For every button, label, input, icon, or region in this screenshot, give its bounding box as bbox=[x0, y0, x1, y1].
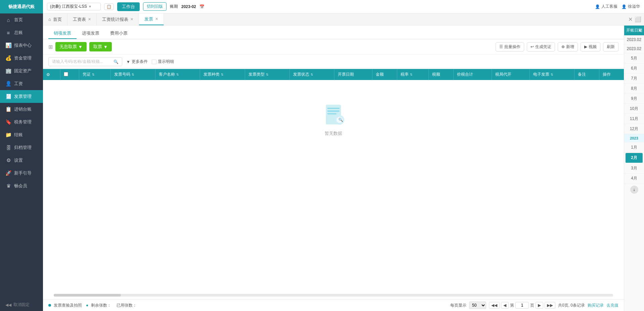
date-scroll-down[interactable]: ↓ bbox=[630, 186, 638, 194]
col-invoice-status[interactable]: 发票状态⇅ bbox=[289, 69, 334, 80]
date-item-9[interactable]: 9月 bbox=[624, 94, 644, 104]
sidebar-item-guide[interactable]: 🚀 新手引导 bbox=[0, 167, 43, 180]
empty-icon: 🔍 bbox=[318, 100, 349, 130]
col-settings[interactable]: ⚙ bbox=[43, 69, 60, 80]
refresh-button[interactable]: 刷新 bbox=[603, 42, 618, 51]
horizontal-scrollbar[interactable] bbox=[43, 291, 624, 299]
generate-voucher-button[interactable]: ↩ 生成凭证 bbox=[527, 42, 555, 51]
grid-view-icon[interactable]: ⊞ bbox=[48, 44, 53, 50]
date-item-2023-4[interactable]: 4月 bbox=[624, 173, 644, 184]
date-item-2023-3[interactable]: 3月 bbox=[624, 163, 644, 173]
sidebar-item-sales[interactable]: 📋 进销台账 bbox=[0, 103, 43, 116]
date-item-12[interactable]: 12月 bbox=[624, 124, 644, 134]
date-item-11[interactable]: 11月 bbox=[624, 114, 644, 124]
show-detail-toggle[interactable]: 显示明细 bbox=[152, 59, 174, 65]
sidebar-item-settings[interactable]: ⚙ 设置 bbox=[0, 154, 43, 167]
settings-icon: ⚙ bbox=[5, 157, 11, 163]
tab-close-all[interactable]: ✕ bbox=[628, 16, 633, 23]
col-invoice-type[interactable]: 发票种类⇅ bbox=[200, 69, 245, 80]
date-item-2023-2[interactable]: 2月 bbox=[626, 153, 643, 163]
col-checkbox[interactable] bbox=[60, 69, 79, 80]
date-panel-bottom-icon: ↓ bbox=[624, 184, 644, 196]
tab-salary-report-close[interactable]: ✕ bbox=[130, 17, 133, 22]
more-conditions-button[interactable]: ▼ 更多条件 bbox=[126, 59, 148, 65]
col-invoice-category[interactable]: 发票类型⇅ bbox=[245, 69, 289, 80]
invoice-button[interactable]: 取票 ▼ bbox=[89, 42, 112, 51]
footer-right: 每页显示 50 20 100 ◀◀ ◀ 第 页 ▶ ▶▶ bbox=[450, 302, 618, 309]
user-profile[interactable]: 👤 徐溢华 bbox=[622, 4, 640, 9]
col-customer[interactable]: 客户名称⇅ bbox=[155, 69, 200, 80]
no-invoice-button[interactable]: 无息取票 ▼ bbox=[55, 42, 87, 51]
date-item-10[interactable]: 10月 bbox=[624, 104, 644, 114]
tab-maximize[interactable]: ⬜ bbox=[635, 16, 641, 23]
sidebar: 畅捷通易代账 ⌂ 首页 ≡ 总账 📊 报表中心 💰 资金管理 🏢 固定资产 👤 … bbox=[0, 0, 43, 311]
col-remark: 备注 bbox=[574, 69, 599, 80]
next-page-btn[interactable]: ▶ bbox=[536, 302, 543, 309]
sidebar-collapse[interactable]: ◀◀ 取消固定 bbox=[0, 299, 43, 311]
col-voucher[interactable]: 凭证⇅ bbox=[79, 69, 111, 80]
col-tax-rate[interactable]: 税率⇅ bbox=[397, 69, 429, 80]
date-item-5[interactable]: 5月 bbox=[624, 53, 644, 64]
topbar-right: 👤 人工客服 👤 徐溢华 bbox=[595, 4, 640, 9]
date-item-6[interactable]: 6月 bbox=[624, 64, 644, 74]
prev-page-btn[interactable]: ◀ bbox=[501, 302, 509, 309]
date-item-7[interactable]: 7月 bbox=[624, 74, 644, 84]
switch-version-button[interactable]: 切到旧版 bbox=[143, 2, 167, 11]
member-icon: ♛ bbox=[5, 183, 11, 189]
date-panel-close-icon[interactable]: ✕ bbox=[638, 28, 642, 33]
tab-salary[interactable]: 工资表 ✕ bbox=[67, 13, 97, 25]
per-page-label: 每页显示 bbox=[450, 303, 466, 308]
sidebar-item-reports[interactable]: 📊 报表中心 bbox=[0, 39, 43, 52]
copy-button[interactable]: 📋 bbox=[104, 3, 114, 10]
show-detail-checkbox[interactable] bbox=[152, 60, 156, 64]
per-page-select[interactable]: 50 20 100 bbox=[469, 302, 486, 309]
batch-op-button[interactable]: ☰ 批量操作 bbox=[496, 42, 524, 51]
sidebar-item-invoice[interactable]: 🧾 发票管理 bbox=[0, 90, 43, 103]
date-item-8[interactable]: 8月 bbox=[624, 84, 644, 94]
sidebar-item-funds[interactable]: 💰 资金管理 bbox=[0, 52, 43, 65]
subtab-bar: 销项发票 进项发票 费用小票 bbox=[43, 26, 624, 39]
page-number-input[interactable] bbox=[515, 302, 529, 309]
customer-service-button[interactable]: 👤 人工客服 bbox=[595, 4, 617, 9]
purchase-record-link[interactable]: 购买记录 bbox=[588, 303, 604, 308]
workbench-button[interactable]: 工作台 bbox=[117, 2, 140, 11]
sidebar-item-salary[interactable]: 👤 工资 bbox=[0, 77, 43, 90]
tab-salary-report[interactable]: 工资统计报表 ✕ bbox=[97, 13, 139, 25]
pagination: ◀◀ ◀ 第 页 ▶ ▶▶ bbox=[489, 302, 555, 309]
subtab-sales-invoice[interactable]: 销项发票 bbox=[48, 28, 77, 39]
subtab-purchase-invoice[interactable]: 进项发票 bbox=[77, 28, 105, 39]
select-all-checkbox[interactable] bbox=[64, 72, 68, 76]
company-selector[interactable]: (勿删) 江西股宝-LSS ▼ bbox=[47, 3, 101, 10]
col-total: 价税合计 bbox=[454, 69, 492, 80]
tab-invoice[interactable]: 发票 ✕ bbox=[139, 13, 164, 25]
subtab-expense-receipt[interactable]: 费用小票 bbox=[105, 28, 133, 39]
sidebar-item-assets[interactable]: 🏢 固定资产 bbox=[0, 65, 43, 77]
svg-text:🔍: 🔍 bbox=[338, 118, 343, 122]
tab-salary-close[interactable]: ✕ bbox=[88, 17, 91, 22]
date-item-2023-02-second[interactable]: 2023.02 bbox=[624, 44, 644, 53]
sidebar-item-archive[interactable]: 🗄 归档管理 bbox=[0, 141, 43, 154]
video-button[interactable]: ▶ 视频 bbox=[581, 42, 600, 51]
salary-icon: 👤 bbox=[5, 81, 11, 87]
col-invoice-no[interactable]: 发票号码⇅ bbox=[110, 69, 155, 80]
tab-home[interactable]: ⌂ 首页 bbox=[43, 13, 67, 25]
col-electronic[interactable]: 电子发票⇅ bbox=[530, 69, 574, 80]
empty-state: 🔍 暂无数据 bbox=[43, 80, 624, 157]
search-input-wrapper[interactable]: 请输入号码/名称/金额/税额... 🔍 bbox=[48, 57, 122, 66]
sidebar-item-ledger[interactable]: ≡ 总账 bbox=[0, 26, 43, 39]
sidebar-item-close[interactable]: 📁 结账 bbox=[0, 128, 43, 141]
sidebar-item-home[interactable]: ⌂ 首页 bbox=[0, 13, 43, 26]
sidebar-item-tax[interactable]: 🔖 税务管理 bbox=[0, 116, 43, 128]
date-item-2023-02-first[interactable]: 2023.02 bbox=[624, 35, 644, 44]
footer: 发票查验及拍照 ● 剩余张数： 已用张数： 每页显示 50 20 100 ◀◀ … bbox=[43, 299, 624, 311]
invoice-table: ⚙ 凭证⇅ 发票号码⇅ 客户名称⇅ 发票种类⇅ 发票类型⇅ 发票状态⇅ 开票日期… bbox=[43, 69, 624, 80]
search-icon[interactable]: 🔍 bbox=[113, 60, 119, 64]
last-page-btn[interactable]: ▶▶ bbox=[545, 302, 555, 309]
col-issue-date: 开票日期 bbox=[334, 69, 372, 80]
first-page-btn[interactable]: ◀◀ bbox=[489, 302, 500, 309]
recharge-link[interactable]: 去充值 bbox=[606, 303, 618, 308]
new-button[interactable]: ⊕ 新增 bbox=[558, 42, 578, 51]
tab-invoice-close[interactable]: ✕ bbox=[155, 17, 158, 21]
date-item-2023-1[interactable]: 1月 bbox=[624, 143, 644, 153]
sidebar-item-member[interactable]: ♛ 畅会员 bbox=[0, 180, 43, 192]
